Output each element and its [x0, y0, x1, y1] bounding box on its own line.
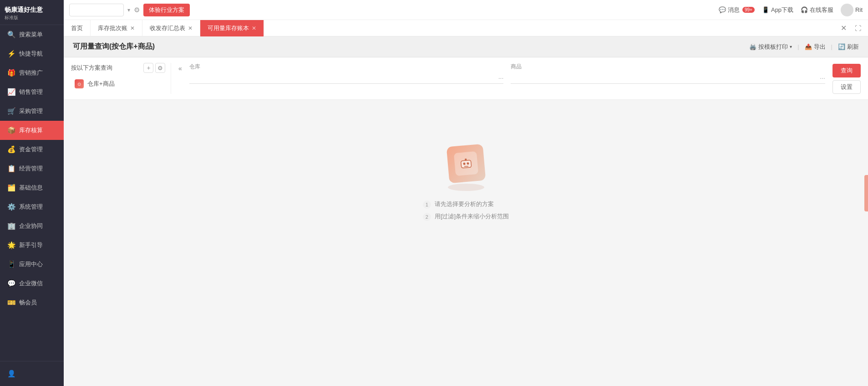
sidebar-bottom: 👤	[0, 361, 64, 386]
tabs-expand-btn[interactable]: ⛶	[852, 22, 864, 35]
hint-label-2: 用[过滤]条件来缩小分析范围	[435, 212, 509, 221]
sidebar-item-basic-info[interactable]: 🗂️ 基础信息	[0, 178, 64, 197]
tab-available-qty[interactable]: 可用量库存账本 ✕	[200, 20, 264, 36]
sidebar-item-system[interactable]: ⚙️ 系统管理	[0, 197, 64, 216]
product-more-icon[interactable]: ···	[820, 74, 825, 82]
page-actions: 🖨️ 按模板打印 ▾ | 📤 导出 | 🔄 刷新	[749, 43, 859, 51]
sidebar-item-inventory[interactable]: 📦 库存核算	[0, 121, 64, 140]
tab-receive-summary[interactable]: 收发存汇总表 ✕	[142, 20, 200, 36]
close-icon[interactable]: ✕	[252, 25, 256, 31]
sidebar-item-label: 应用中心	[19, 260, 43, 268]
tab-available-qty-label: 可用量库存账本	[208, 24, 249, 32]
sidebar-logo-title: 畅康通好生意	[5, 5, 59, 15]
sidebar-item-label: 采购管理	[19, 107, 43, 115]
tabs-bar: 首页 库存批次账 ✕ 收发存汇总表 ✕ 可用量库存账本 ✕ ✕ ⛶	[64, 20, 868, 36]
tab-receive-summary-label: 收发存汇总表	[150, 24, 185, 32]
product-label: 商品	[511, 63, 825, 71]
system-icon: ⚙️	[7, 203, 15, 211]
filter-left-header: 按以下方案查询 ＋ ⚙	[71, 63, 165, 73]
divider: |	[797, 43, 799, 50]
sidebar-item-member[interactable]: 🎫 畅会员	[0, 293, 64, 312]
purchase-icon: 🛒	[7, 107, 15, 115]
sidebar-item-label: 资金管理	[19, 145, 43, 154]
close-icon[interactable]: ✕	[130, 25, 135, 31]
topbar-search-input[interactable]	[69, 4, 124, 16]
refresh-btn[interactable]: 🔄 刷新	[838, 43, 859, 51]
tabs-actions: ✕ ⛶	[837, 22, 868, 35]
edit-scheme-btn[interactable]: ⚙	[155, 63, 165, 73]
sidebar-item-finance[interactable]: 💰 资金管理	[0, 140, 64, 159]
print-label: 按模板打印	[758, 43, 788, 51]
sidebar-item-label: 营销推广	[19, 69, 43, 77]
sidebar-item-purchase[interactable]: 🛒 采购管理	[0, 102, 64, 121]
inventory-icon: 📦	[7, 126, 15, 134]
product-input-wrapper: ···	[511, 72, 825, 84]
sidebar-item-label: 企业协同	[19, 222, 43, 230]
gear-icon[interactable]: ⚙	[134, 6, 140, 14]
sidebar-item-app-center[interactable]: 📱 应用中心	[0, 255, 64, 274]
finance-icon: 💰	[7, 145, 15, 154]
tabs-close-btn[interactable]: ✕	[837, 22, 850, 35]
operations-icon: 📋	[7, 165, 15, 173]
hint-num-2: 2	[423, 213, 431, 221]
page-header: 可用量查询(按仓库+商品) 🖨️ 按模板打印 ▾ | 📤 导出 | 🔄 刷新	[64, 36, 868, 57]
search-icon: 🔍	[7, 31, 15, 39]
sidebar-logo-badge: 标准版	[5, 15, 59, 21]
divider: |	[831, 43, 832, 50]
industry-btn[interactable]: 体验行业方案	[143, 4, 190, 16]
sidebar-item-bottom[interactable]: 👤	[0, 365, 64, 382]
sidebar-item-label: 经营管理	[19, 165, 43, 173]
sidebar-item-label: 销售管理	[19, 88, 43, 96]
app-download-item[interactable]: 📱 App下载	[762, 6, 793, 14]
right-scroll-hint	[864, 175, 868, 211]
content: 可用量查询(按仓库+商品) 🖨️ 按模板打印 ▾ | 📤 导出 | 🔄 刷新	[64, 36, 868, 386]
online-service-item[interactable]: 🎧 在线客服	[801, 6, 833, 14]
product-input[interactable]	[511, 75, 818, 82]
query-button[interactable]: 查询	[832, 64, 861, 77]
empty-box	[446, 144, 486, 184]
print-btn[interactable]: 🖨️ 按模板打印 ▾	[749, 43, 792, 51]
settings-button[interactable]: 设置	[832, 80, 861, 94]
enterprise-icon: 🏢	[7, 222, 15, 230]
chevron-down-icon[interactable]: ▾	[127, 7, 130, 13]
basic-info-icon: 🗂️	[7, 184, 15, 192]
enterprise-wx-icon: 💬	[7, 279, 15, 288]
sidebar-item-label: 搜索菜单	[19, 31, 43, 39]
chevron-down-icon: ▾	[790, 44, 792, 49]
sales-icon: 📈	[7, 88, 15, 96]
warehouse-input[interactable]	[189, 75, 497, 82]
messages-item[interactable]: 💬 消息 99+	[719, 6, 755, 14]
newbie-icon: 🌟	[7, 241, 15, 249]
sidebar-item-marketing[interactable]: 🎁 营销推广	[0, 63, 64, 82]
svg-rect-0	[461, 160, 471, 168]
sidebar-item-sales[interactable]: 📈 销售管理	[0, 82, 64, 102]
user-avatar-item[interactable]: Rit	[841, 4, 863, 16]
tab-home-label: 首页	[71, 24, 83, 32]
sidebar-item-enterprise[interactable]: 🏢 企业协同	[0, 216, 64, 236]
empty-illustration	[439, 136, 493, 191]
tab-home[interactable]: 首页	[64, 20, 91, 36]
sidebar-item-operations[interactable]: 📋 经营管理	[0, 159, 64, 178]
close-icon[interactable]: ✕	[188, 25, 193, 31]
export-btn[interactable]: 📤 导出	[805, 43, 826, 51]
add-scheme-btn[interactable]: ＋	[143, 63, 153, 73]
collapse-btn[interactable]: «	[177, 63, 184, 94]
message-icon: 💬	[719, 6, 726, 13]
sidebar-item-label: 新手引导	[19, 241, 43, 249]
warehouse-more-icon[interactable]: ···	[498, 74, 504, 82]
tab-batch-account[interactable]: 库存批次账 ✕	[91, 20, 142, 36]
sidebar-item-search[interactable]: 🔍 搜索菜单	[0, 25, 64, 44]
hint-num-1: 1	[423, 201, 431, 209]
messages-badge: 99+	[742, 7, 755, 13]
warehouse-input-wrapper: ···	[189, 72, 504, 84]
scheme-item-warehouse-product[interactable]: ⊙ 仓库+商品	[71, 77, 165, 91]
phone-icon: 📱	[762, 6, 769, 13]
empty-box-inner	[453, 151, 478, 176]
sidebar-item-newbie[interactable]: 🌟 新手引导	[0, 236, 64, 255]
scheme-item-label: 仓库+商品	[87, 80, 115, 88]
sidebar-item-enterprise-wx[interactable]: 💬 企业微信	[0, 274, 64, 293]
page-title: 可用量查询(按仓库+商品)	[73, 42, 155, 51]
sidebar-item-label: 快捷导航	[19, 50, 43, 58]
sidebar-item-quick-nav[interactable]: ⚡ 快捷导航	[0, 44, 64, 63]
filter-actions: 查询 设置	[832, 63, 861, 94]
